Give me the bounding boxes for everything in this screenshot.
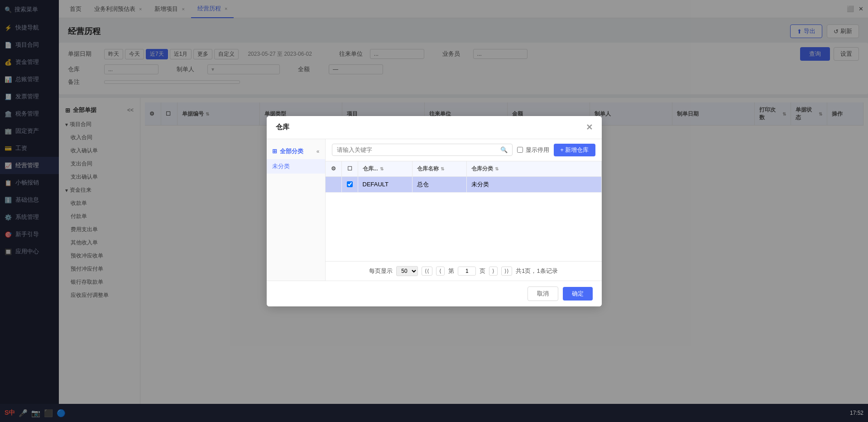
modal-header-code: 仓库... ⇅ [358,161,412,176]
row-name: 总仓 [412,177,467,192]
modal-right-panel: 🔍 显示停用 + 新增仓库 ⚙ [326,139,602,281]
row-checkbox[interactable] [347,181,353,187]
sort-category-icon: ⇅ [495,166,499,171]
add-warehouse-button[interactable]: + 新增仓库 [554,144,595,156]
show-disabled-row: 显示停用 [517,146,549,154]
modal-header: 仓库 ✕ [267,116,602,139]
modal-header-check[interactable]: ☐ [342,161,358,176]
warehouse-modal: 仓库 ✕ ⊞ 全部分类 « 未分类 [267,116,602,306]
modal-footer: 取消 确定 [267,281,602,306]
gear-icon-modal: ⚙ [331,165,336,172]
modal-per-page-select[interactable]: 50 [396,266,418,276]
modal-left-panel: ⊞ 全部分类 « 未分类 [267,139,326,281]
modal-toolbar: 🔍 显示停用 + 新增仓库 [326,139,602,161]
modal-body: ⊞ 全部分类 « 未分类 🔍 [267,139,602,281]
row-category: 未分类 [467,177,602,192]
modal-header-gear[interactable]: ⚙ [326,161,342,176]
modal-page-input[interactable] [458,267,476,276]
modal-table-header: ⚙ ☐ 仓库... ⇅ 仓库名称 ⇅ [326,161,602,177]
modal-table: ⚙ ☐ 仓库... ⇅ 仓库名称 ⇅ [326,161,602,261]
modal-pagination: 每页显示 50 ⟨⟨ ⟨ 第 页 ⟩ ⟩⟩ 共1页，1条记录 [326,261,602,281]
modal-overlay: 仓库 ✕ ⊞ 全部分类 « 未分类 [0,0,868,422]
modal-all-categories[interactable]: ⊞ 全部分类 « [267,144,325,159]
modal-first-btn[interactable]: ⟨⟨ [422,267,432,276]
modal-search-input[interactable] [337,146,498,153]
row-code: DEFAULT [358,177,412,192]
grid-icon-modal: ⊞ [272,148,277,155]
modal-last-btn[interactable]: ⟩⟩ [501,267,512,276]
sort-name-icon: ⇅ [441,166,444,171]
modal-uncategorized[interactable]: 未分类 [267,159,325,174]
checkbox-header-icon: ☐ [347,165,352,172]
modal-search-icon: 🔍 [500,146,508,153]
modal-prev-btn[interactable]: ⟨ [436,267,445,276]
show-disabled-checkbox[interactable] [517,147,523,153]
confirm-button[interactable]: 确定 [563,287,593,301]
modal-collapse-icon[interactable]: « [317,148,320,155]
modal-header-name: 仓库名称 ⇅ [412,161,467,176]
modal-per-page-label: 每页显示 [369,267,393,275]
modal-header-category: 仓库分类 ⇅ [467,161,602,176]
modal-total-label: 共1页，1条记录 [516,267,557,275]
modal-category-list: 未分类 [267,159,325,174]
show-disabled-label: 显示停用 [526,146,549,154]
modal-page-label: 第 [448,267,454,275]
sort-code-icon: ⇅ [380,166,384,171]
modal-close-button[interactable]: ✕ [586,122,593,132]
cancel-button[interactable]: 取消 [528,286,558,301]
row-gear [326,177,342,192]
table-row[interactable]: DEFAULT 总仓 未分类 [326,177,602,193]
modal-title: 仓库 [276,123,289,131]
modal-page-suffix: 页 [480,267,485,275]
row-check[interactable] [342,177,358,192]
modal-search-box: 🔍 [332,144,513,156]
modal-next-btn[interactable]: ⟩ [489,267,498,276]
